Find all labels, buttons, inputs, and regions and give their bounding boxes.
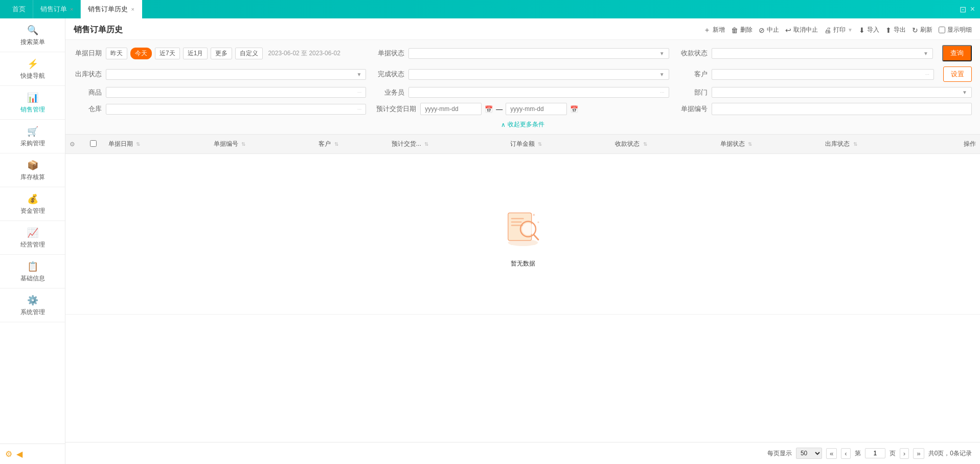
out-stock-col-header: 出库状态 ⇅: [821, 135, 926, 154]
sidebar-item-purchase-mgmt[interactable]: 🛒 采购管理: [0, 120, 65, 153]
product-select[interactable]: ···: [106, 87, 366, 98]
customer-col-label: 客户: [318, 140, 331, 147]
print-button[interactable]: 🖨 打印 ▼: [824, 26, 853, 34]
order-no-input[interactable]: [712, 103, 972, 115]
receipt-status-select[interactable]: ▼: [712, 48, 933, 59]
refresh-button[interactable]: ↻ 刷新: [912, 26, 932, 34]
tab-sales-order-label: 销售订单: [40, 5, 67, 14]
calendar-to-icon[interactable]: 📅: [570, 105, 578, 113]
table-settings-icon[interactable]: ⚙: [70, 141, 75, 148]
prev-page-btn[interactable]: ‹: [841, 448, 850, 459]
filter-row-4: 仓库 ··· 预计交货日期 📅 — 📅: [74, 103, 972, 115]
delivery-date-from-input[interactable]: [420, 103, 482, 115]
doc-status-select[interactable]: ▼: [408, 48, 669, 59]
sidebar-bottom: ⚙ ◀: [0, 444, 65, 464]
settings-button[interactable]: 设置: [943, 67, 972, 82]
out-stock-sort-icon[interactable]: ⇅: [853, 141, 857, 147]
out-stock-select[interactable]: ▼: [106, 69, 366, 80]
receipt-status-sort-icon[interactable]: ⇅: [643, 141, 647, 147]
show-detail-input[interactable]: [939, 27, 945, 33]
customer-select[interactable]: ···: [712, 69, 934, 80]
window-close[interactable]: ×: [970, 5, 975, 14]
svg-text:✦: ✦: [532, 212, 536, 217]
out-stock-chevron: ▼: [356, 72, 361, 77]
amount-sort-icon[interactable]: ⇅: [538, 141, 542, 147]
page-header: 销售订单历史 ＋ 新增 🗑 删除 ⊘ 中止 ↩ 取消中止: [65, 18, 980, 40]
filter-order-no-item: 单据编号: [679, 103, 972, 115]
no-col-header: 单据编号 ⇅: [210, 135, 315, 154]
sidebar-item-sales-mgmt[interactable]: 📊 销售管理: [0, 86, 65, 120]
custom-btn[interactable]: 自定义: [235, 48, 263, 59]
basic-info-icon: 📋: [27, 261, 38, 272]
tab-sales-order[interactable]: 销售订单 ×: [33, 0, 81, 18]
tab-sales-order-close[interactable]: ×: [70, 6, 73, 12]
export-button[interactable]: ⬆ 导出: [885, 26, 906, 34]
page-number-input[interactable]: [865, 448, 885, 458]
page-title: 销售订单历史: [74, 25, 123, 35]
stop-button[interactable]: ⊘ 中止: [759, 26, 779, 34]
delete-label: 删除: [740, 26, 753, 34]
yesterday-btn[interactable]: 昨天: [106, 48, 127, 59]
order-no-label: 单据编号: [679, 104, 708, 114]
window-restore[interactable]: ⊡: [960, 5, 966, 14]
tab-sales-order-history[interactable]: 销售订单历史 ×: [81, 0, 142, 18]
more-btn[interactable]: 更多: [211, 48, 232, 59]
import-button[interactable]: ⬇ 导入: [859, 26, 879, 34]
filter-row-1: 单据日期 昨天 今天 近7天 近1月 更多 自定义 2023-06-02 至 2…: [74, 45, 972, 61]
quick-nav-icon: ⚡: [27, 58, 38, 70]
top-bar: 首页 销售订单 × 销售订单历史 × ⊡ ×: [0, 0, 980, 18]
sidebar-item-sys-mgmt[interactable]: ⚙️ 系统管理: [0, 289, 65, 322]
filter-section: 单据日期 昨天 今天 近7天 近1月 更多 自定义 2023-06-02 至 2…: [65, 40, 980, 135]
settings-bottom-icon[interactable]: ⚙: [5, 449, 12, 459]
next-page-btn[interactable]: ›: [900, 448, 909, 459]
import-label: 导入: [867, 26, 879, 34]
page-size-label: 每页显示: [767, 449, 792, 458]
collapse-sidebar-icon[interactable]: ◀: [16, 449, 22, 459]
refresh-icon: ↻: [912, 26, 918, 34]
filter-receipt-status-item: 收款状态 ▼ 查询: [679, 45, 972, 61]
doc-status-chevron: ▼: [659, 51, 665, 56]
sidebar-item-finance[interactable]: 💰 资金管理: [0, 187, 65, 221]
select-all-checkbox[interactable]: [90, 140, 97, 147]
last1m-btn[interactable]: 近1月: [183, 48, 208, 59]
complete-select[interactable]: ▼: [408, 69, 669, 80]
dept-select[interactable]: ▼: [712, 87, 972, 98]
last-page-btn[interactable]: »: [913, 448, 924, 459]
collapse-more-conditions[interactable]: ∧ 收起更多条件: [74, 120, 972, 129]
sidebar-item-finance-label: 资金管理: [20, 207, 45, 215]
page-size-select[interactable]: 20 50 100: [796, 448, 822, 459]
dept-chevron: ▼: [962, 90, 967, 95]
today-btn[interactable]: 今天: [130, 48, 152, 59]
salesman-select[interactable]: ···: [408, 87, 669, 98]
add-button[interactable]: ＋ 新增: [703, 26, 725, 35]
show-detail-checkbox[interactable]: 显示明细: [939, 26, 972, 34]
sidebar-item-operation[interactable]: 📈 经营管理: [0, 221, 65, 255]
tab-home[interactable]: 首页: [5, 0, 33, 18]
settings-col-header: ⚙: [65, 135, 86, 154]
date-sort-icon[interactable]: ⇅: [136, 141, 140, 147]
doc-status-label: 单据状态: [376, 49, 404, 58]
sidebar-item-search-menu[interactable]: 🔍 搜索菜单: [0, 18, 65, 52]
sidebar-item-quick-nav[interactable]: ⚡ 快捷导航: [0, 52, 65, 86]
sidebar-item-inventory[interactable]: 📦 库存核算: [0, 153, 65, 187]
delete-button[interactable]: 🗑 删除: [731, 26, 753, 34]
export-icon: ⬆: [885, 26, 892, 34]
customer-sort-icon[interactable]: ⇅: [334, 141, 338, 147]
query-button[interactable]: 查询: [942, 45, 972, 61]
purchase-mgmt-icon: 🛒: [27, 126, 38, 137]
warehouse-select[interactable]: ···: [106, 104, 366, 115]
no-sort-icon[interactable]: ⇅: [241, 141, 245, 147]
table-body: ✦ ✦ 暂无数据: [65, 154, 980, 315]
last7-btn[interactable]: 近7天: [155, 48, 180, 59]
filter-delivery-date-item: 预计交货日期 📅 — 📅: [376, 103, 669, 115]
first-page-btn[interactable]: «: [826, 448, 837, 459]
delivery-date-to-input[interactable]: [506, 103, 567, 115]
filter-salesman-item: 业务员 ···: [376, 87, 669, 98]
cancel-stop-button[interactable]: ↩ 取消中止: [785, 26, 818, 34]
calendar-from-icon[interactable]: 📅: [485, 105, 493, 113]
tab-sales-order-history-close[interactable]: ×: [131, 6, 134, 12]
sidebar-item-basic-info[interactable]: 📋 基础信息: [0, 255, 65, 289]
delivery-sort-icon[interactable]: ⇅: [424, 141, 428, 147]
receipt-status-label: 收款状态: [679, 49, 708, 58]
doc-status-sort-icon[interactable]: ⇅: [748, 141, 752, 147]
